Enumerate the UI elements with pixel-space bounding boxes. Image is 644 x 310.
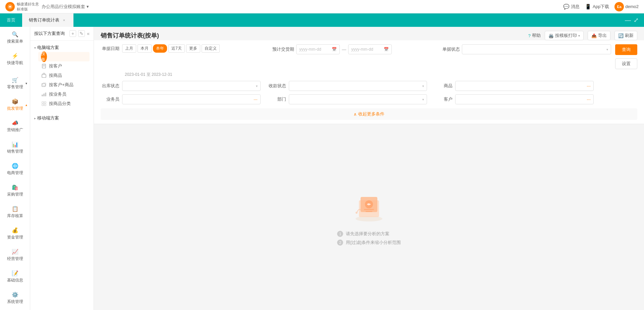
page-title: 销售订单统计表(按单) <box>101 32 159 40</box>
tab-sales-order-stats[interactable]: 销售订单统计表 × <box>22 13 73 27</box>
collapse-scheme-panel-btn[interactable]: « <box>87 31 90 36</box>
scheme-group-mobile-header[interactable]: ▸ 移动端方案 <box>34 114 90 122</box>
more-date-btn[interactable]: 更多 <box>186 44 200 53</box>
sidebar-item-system[interactable]: ⚙️ 系统管理 <box>0 287 30 309</box>
salesperson-input[interactable]: ··· <box>122 94 261 104</box>
sidebar-item-finance[interactable]: 💰 资金管理 <box>0 223 30 244</box>
scheme-item-by-salesperson[interactable]: 按业务员 <box>38 90 90 99</box>
add-scheme-btn[interactable]: + <box>69 30 76 37</box>
export-btn[interactable]: 📤 导出 <box>588 31 610 40</box>
empty-state-illustration <box>347 189 391 225</box>
nav-tab-actions: — ⤢ <box>625 16 644 24</box>
scheme-group-pc-title: 电脑端方案 <box>37 45 59 51</box>
delivery-date-end-input[interactable]: yyyy-mm-dd 📅 <box>348 44 392 54</box>
tip-2-num: 2 <box>337 240 343 246</box>
svg-rect-7 <box>42 95 43 96</box>
last-month-btn[interactable]: 上月 <box>122 44 136 53</box>
top-bar-left: 畅捷通好生意 标准版 办公用品行业模拟账套 ▾ <box>5 2 89 11</box>
sidebar-item-inventory[interactable]: 📋 库存核算 <box>0 201 30 223</box>
calendar-end-icon: 📅 <box>384 47 389 52</box>
close-tab-icon[interactable]: × <box>61 17 67 23</box>
maximize-window-btn[interactable]: ⤢ <box>634 16 639 24</box>
scheme-item-by-order[interactable]: 按单 <box>38 52 90 61</box>
scheme-item-by-customer[interactable]: 按客户 <box>38 61 90 71</box>
svg-rect-4 <box>42 74 46 78</box>
help-btn[interactable]: ? 帮助 <box>528 33 541 39</box>
download-icon: 📱 <box>585 4 591 10</box>
sidebar-item-sales[interactable]: 📊 销售管理 <box>0 137 30 158</box>
message-btn[interactable]: 💬 消息 <box>563 4 580 10</box>
scheme-item-by-goods[interactable]: 按商品 <box>38 71 90 80</box>
top-bar-right: 💬 消息 📱 App下载 Ea demo2 <box>563 2 639 11</box>
last7days-btn[interactable]: 近7天 <box>168 44 185 53</box>
scheme-panel-header: 按以下方案查询 + ✎ « <box>30 27 94 41</box>
customer-ellipsis[interactable]: ··· <box>587 97 591 102</box>
collection-status-cell: 收款状态 ▾ <box>261 81 427 91</box>
settings-btn[interactable]: 设置 <box>615 58 637 69</box>
out-status-select[interactable]: ▾ <box>122 81 261 91</box>
sidebar-item-operations[interactable]: 📈 经营管理 <box>0 244 30 266</box>
system-icon: ⚙️ <box>12 291 18 298</box>
out-status-label: 出库状态 <box>101 83 119 89</box>
basic-icon: 📝 <box>12 270 18 276</box>
sidebar-item-ecommerce[interactable]: 🌐 电商管理 <box>0 158 30 180</box>
edit-scheme-btn[interactable]: ✎ <box>78 30 85 37</box>
department-select[interactable]: ▾ <box>289 94 427 104</box>
minimize-window-btn[interactable]: — <box>625 17 631 24</box>
sidebar-item-purchase[interactable]: 🛍️ 采购管理 <box>0 180 30 201</box>
scheme-item-by-goods-category[interactable]: 按商品分类 <box>38 99 90 108</box>
logo-icon <box>5 2 15 11</box>
export-icon: 📤 <box>591 33 597 38</box>
customer-input[interactable]: ··· <box>455 94 594 104</box>
empty-state: 1 请先选择要分析的方案 2 用[过滤]条件来缩小分析范围 <box>94 124 644 310</box>
goods-label: 商品 <box>434 83 452 89</box>
sidebar-item-search-menu[interactable]: 🔍 搜索菜单 <box>0 27 30 48</box>
salesperson-ellipsis[interactable]: ··· <box>254 97 258 102</box>
sidebar-item-basic[interactable]: 📝 基础信息 <box>0 266 30 287</box>
refresh-btn[interactable]: 🔄 刷新 <box>614 31 637 40</box>
bill-status-select[interactable]: ▾ <box>462 44 611 54</box>
collapse-filter-btn[interactable]: ∧ 收起更多条件 <box>101 108 637 120</box>
message-icon: 💬 <box>563 4 570 10</box>
app-download-btn[interactable]: 📱 App下载 <box>585 4 609 10</box>
query-btn[interactable]: 查询 <box>615 44 637 55</box>
tip-1-num: 1 <box>337 231 343 237</box>
empty-tip-2: 2 用[过滤]条件来缩小分析范围 <box>337 240 400 246</box>
custom-date-btn[interactable]: 自定义 <box>202 44 220 53</box>
tab-home[interactable]: 首页 <box>0 13 22 27</box>
nav-tabs: 首页 销售订单统计表 × — ⤢ <box>0 13 644 27</box>
active-scheme-dot: 按单 <box>41 51 47 62</box>
bill-date-label: 单据日期 <box>101 46 119 52</box>
department-arrow: ▾ <box>422 98 424 101</box>
by-salesperson-icon <box>41 91 47 97</box>
delivery-date-start-input[interactable]: yyyy-mm-dd 📅 <box>296 44 340 54</box>
sidebar-item-enterprise[interactable]: 🤝 企业协同 <box>0 309 30 310</box>
this-year-btn[interactable]: 本年 <box>153 44 167 53</box>
scheme-item-by-customer-goods[interactable]: 按客户+商品 <box>38 80 90 90</box>
goods-input[interactable]: ··· <box>455 81 594 91</box>
finance-icon: 💰 <box>12 227 18 234</box>
customer-label: 客户 <box>434 96 452 102</box>
scheme-group-mobile-title: 移动端方案 <box>37 115 59 121</box>
wholesale-arrow: ▴ <box>25 103 27 107</box>
quick-nav-icon: ⚡ <box>12 52 18 59</box>
tip-2-text: 用[过滤]条件来缩小分析范围 <box>346 240 400 246</box>
app-selector[interactable]: 办公用品行业模拟账套 ▾ <box>42 4 89 10</box>
sidebar-item-quick-nav[interactable]: ⚡ 快捷导航 <box>0 48 30 70</box>
scheme-actions: + ✎ « <box>69 30 90 37</box>
date-buttons-group: 上月 本月 本年 近7天 更多 自定义 <box>122 44 220 53</box>
logo-text: 畅捷通好生意 标准版 <box>17 2 39 11</box>
collection-status-select[interactable]: ▾ <box>289 81 427 91</box>
date-range-display: 2023-01-01 至 2023-12-31 <box>101 72 637 78</box>
goods-ellipsis[interactable]: ··· <box>587 83 591 89</box>
this-month-btn[interactable]: 本月 <box>138 44 152 53</box>
user-profile[interactable]: Ea demo2 <box>614 2 639 11</box>
scheme-panel: 按以下方案查询 + ✎ « ▾ 电脑端方案 按单 <box>30 27 94 310</box>
sidebar-item-marketing[interactable]: 📣 营销推广 <box>0 115 30 137</box>
svg-rect-11 <box>44 102 46 103</box>
sidebar-item-retail[interactable]: 🛒 零售管理 ▾ <box>0 72 30 94</box>
sidebar-item-wholesale[interactable]: 📦 批发管理 ▴ <box>0 94 30 115</box>
retail-icon: 🛒 <box>12 76 18 83</box>
print-btn[interactable]: 🖨️ 按模板打印 ▾ <box>545 31 584 40</box>
customer-cell: 客户 ··· <box>427 94 594 104</box>
